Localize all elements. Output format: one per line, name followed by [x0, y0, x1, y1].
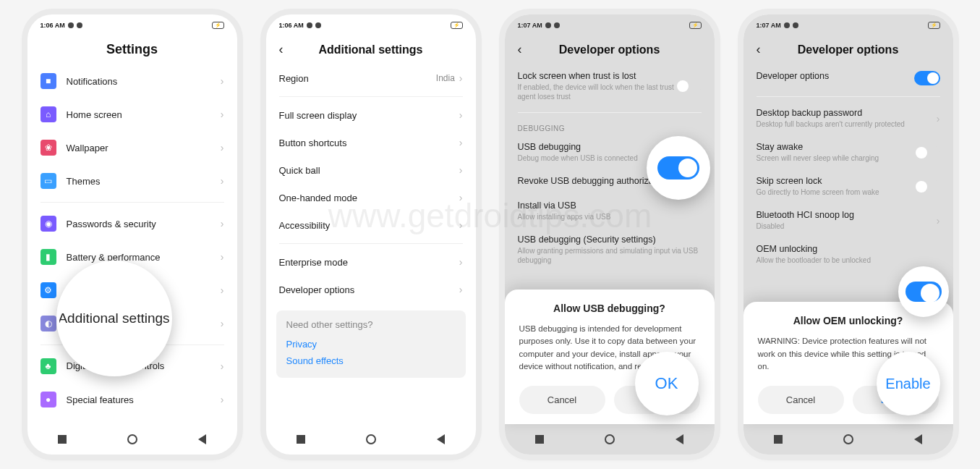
- battery-icon: ⚡: [451, 22, 463, 29]
- chevron-right-icon: ›: [221, 251, 224, 263]
- chevron-right-icon: ›: [221, 75, 224, 87]
- row-label: Region: [279, 73, 436, 84]
- home-icon: ⌂: [41, 106, 56, 122]
- toggle-skip-lock[interactable]: [914, 179, 940, 194]
- page-title: Additional settings: [294, 43, 448, 56]
- row-sub: Desktop full backups aren't currently pr…: [757, 119, 937, 129]
- nav-back[interactable]: [676, 434, 683, 444]
- chevron-right-icon: ›: [459, 164, 463, 176]
- nav-recents[interactable]: [297, 435, 305, 444]
- row-lock-trust[interactable]: Lock screen when trust is lostIf enabled…: [515, 64, 704, 108]
- row-quick-ball[interactable]: Quick ball›: [276, 156, 466, 184]
- chevron-right-icon: ›: [221, 175, 224, 187]
- nav-back[interactable]: [914, 434, 922, 444]
- row-full-screen-display[interactable]: Full screen display›: [276, 101, 466, 129]
- row-developer-options-toggle[interactable]: Developer options: [754, 64, 943, 92]
- chevron-right-icon: ›: [459, 137, 463, 148]
- chevron-right-icon: ›: [459, 219, 463, 231]
- chevron-right-icon: ›: [221, 394, 224, 405]
- gear-icon: ⚙: [41, 282, 56, 298]
- battery-icon: ▮: [41, 249, 56, 265]
- cancel-button[interactable]: Cancel: [758, 386, 844, 414]
- row-themes[interactable]: ▭Themes›: [38, 164, 227, 198]
- row-stay-awake[interactable]: Stay awakeScreen will never sleep while …: [754, 135, 943, 169]
- nav-bar: [27, 426, 237, 455]
- row-desktop-backup[interactable]: Desktop backup passwordDesktop full back…: [754, 101, 943, 135]
- back-button[interactable]: ‹: [279, 42, 294, 57]
- divider: [518, 112, 702, 113]
- row-one-handed-mode[interactable]: One-handed mode›: [276, 184, 466, 211]
- header: ‹ Additional settings: [266, 32, 476, 64]
- chevron-right-icon: ›: [937, 113, 940, 124]
- nav-back[interactable]: [198, 434, 206, 444]
- cancel-button[interactable]: Cancel: [519, 386, 605, 414]
- row-bt-snoop[interactable]: Bluetooth HCI snoop logDisabled ›: [754, 203, 943, 237]
- row-label: Home screen: [67, 109, 221, 120]
- dialog-title: Allow USB debugging?: [519, 303, 700, 314]
- back-button[interactable]: ‹: [757, 42, 771, 57]
- magnify-label: Additional settings: [58, 310, 169, 326]
- row-notifications[interactable]: ■Notifications›: [38, 64, 227, 98]
- nav-bar: [505, 426, 715, 455]
- nav-home[interactable]: [843, 434, 853, 444]
- row-enterprise-mode[interactable]: Enterprise mode›: [276, 248, 466, 276]
- dialog-title: Allow OEM unlocking?: [758, 315, 939, 326]
- chevron-right-icon: ›: [459, 72, 463, 84]
- row-skip-lock[interactable]: Skip screen lockGo directly to Home scre…: [754, 169, 943, 203]
- nav-bar: [743, 426, 953, 455]
- status-dot-icon: [545, 22, 551, 28]
- toggle-usb-debugging[interactable]: [657, 156, 699, 179]
- notifications-icon: ■: [41, 73, 56, 89]
- nav-back[interactable]: [437, 434, 445, 444]
- status-bar: 1:06 AM ⚡: [27, 14, 237, 32]
- nav-home[interactable]: [127, 434, 137, 444]
- row-accessibility[interactable]: Accessibility›: [276, 211, 466, 239]
- row-label: Developer options: [757, 71, 914, 81]
- nav-home[interactable]: [605, 434, 615, 444]
- row-home-screen[interactable]: ⌂Home screen›: [38, 98, 227, 131]
- row-sub: Allow the bootloader to be unlocked: [757, 255, 940, 265]
- chevron-right-icon: ›: [937, 215, 940, 227]
- status-bar: 1:06 AM ⚡: [266, 14, 476, 32]
- toggle-developer-options[interactable]: [914, 71, 940, 85]
- chevron-right-icon: ›: [221, 218, 224, 229]
- nav-recents[interactable]: [535, 435, 544, 444]
- row-sub: Allow installing apps via USB: [518, 212, 702, 221]
- status-dot-icon: [68, 22, 74, 28]
- status-time: 1:06 AM: [41, 22, 65, 29]
- toggle-stay-awake[interactable]: [914, 145, 940, 160]
- status-bar: 1:07 AM ⚡: [743, 14, 953, 32]
- hint-question: Need other settings?: [286, 319, 456, 330]
- row-special-features[interactable]: ●Special features›: [38, 383, 227, 416]
- back-button[interactable]: ‹: [518, 42, 532, 57]
- row-developer-options[interactable]: Developer options›: [276, 276, 466, 303]
- row-button-shortcuts[interactable]: Button shortcuts›: [276, 129, 466, 156]
- row-usb-security[interactable]: USB debugging (Security settings)Allow g…: [515, 228, 704, 271]
- nav-home[interactable]: [366, 434, 376, 444]
- row-sub: Screen will never sleep while charging: [757, 153, 914, 163]
- divider: [279, 243, 463, 244]
- row-region[interactable]: RegionIndia›: [276, 64, 466, 92]
- row-label: Notifications: [67, 76, 221, 87]
- magnify-usb-toggle: [647, 136, 710, 200]
- section-label: DEBUGGING: [515, 117, 704, 135]
- row-wallpaper[interactable]: ❀Wallpaper›: [38, 131, 227, 164]
- status-dot-icon: [554, 22, 560, 28]
- link-sound-effects[interactable]: Sound effects: [286, 352, 456, 369]
- row-label: Themes: [67, 176, 221, 187]
- header: ‹ Developer options: [505, 32, 715, 64]
- nav-recents[interactable]: [774, 435, 783, 444]
- special-icon: ●: [41, 392, 56, 407]
- toggle-oem-unlocking[interactable]: [906, 282, 942, 302]
- nav-recents[interactable]: [58, 435, 67, 444]
- battery-icon: ⚡: [212, 22, 224, 29]
- link-privacy[interactable]: Privacy: [286, 336, 456, 352]
- row-label: Passwords & security: [67, 219, 221, 229]
- page-title: Settings: [41, 42, 224, 57]
- row-label: Battery & performance: [67, 252, 221, 263]
- page-title: Developer options: [532, 43, 687, 56]
- row-passwords-security[interactable]: ◉Passwords & security›: [38, 207, 227, 240]
- toggle-lock-trust[interactable]: [676, 79, 702, 93]
- wellbeing-icon: ♣: [41, 358, 56, 374]
- row-oem-unlocking[interactable]: OEM unlockingAllow the bootloader to be …: [754, 237, 943, 271]
